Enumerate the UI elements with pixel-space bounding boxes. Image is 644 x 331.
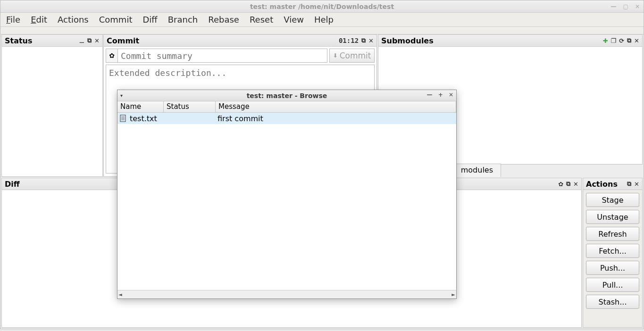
browse-dialog: ▾ test: master - Browse — + ✕ Name Statu…	[117, 90, 457, 299]
menu-commit[interactable]: Commit	[99, 15, 133, 25]
status-close-icon[interactable]: ✕	[94, 37, 100, 44]
commit-panel-header: Commit 01:12 ⧉ ✕	[103, 34, 377, 47]
diff-close-icon[interactable]: ✕	[573, 181, 578, 188]
menu-edit-underline: E	[31, 15, 36, 25]
status-popout-icon[interactable]: ⧉	[87, 37, 92, 44]
menu-branch[interactable]: Branch	[168, 15, 198, 25]
commit-popout-icon[interactable]: ⧉	[361, 37, 366, 44]
submodules-panel-header: Submodules ✚ ❐ ⟳ ⧉ ✕	[378, 34, 643, 47]
window-controls: — ▢ ✕	[606, 0, 640, 13]
actions-panel-body: Stage Unstage Refresh Fetch... Push... P…	[583, 190, 643, 328]
minimize-icon[interactable]: —	[611, 3, 616, 10]
browse-dialog-titlebar[interactable]: ▾ test: master - Browse — + ✕	[117, 90, 456, 101]
commit-close-icon[interactable]: ✕	[368, 37, 374, 44]
actions-close-icon[interactable]: ✕	[634, 181, 639, 188]
dialog-maximize-icon[interactable]: +	[438, 91, 443, 98]
submodules-close-icon[interactable]: ✕	[634, 37, 639, 44]
menu-diff[interactable]: Diff	[142, 15, 157, 25]
scroll-left-icon[interactable]: ◄	[118, 292, 122, 297]
browse-file-list: test.txt first commit	[117, 113, 456, 290]
dialog-minimize-icon[interactable]: —	[427, 91, 433, 98]
status-panel-header: Status ⚊ ⧉ ✕	[1, 34, 103, 47]
status-panel-title: Status	[5, 36, 33, 45]
close-icon[interactable]: ✕	[635, 3, 640, 10]
actions-panel: Actions ⧉ ✕ Stage Unstage Refresh Fetch.…	[583, 178, 643, 328]
diff-popout-icon[interactable]: ⧉	[566, 180, 570, 188]
menu-file-underline: F	[6, 15, 10, 25]
submodules-refresh-icon[interactable]: ⟳	[619, 37, 624, 44]
status-panel: Status ⚊ ⧉ ✕	[1, 34, 103, 177]
download-icon: ⬇	[333, 52, 338, 59]
file-icon	[119, 115, 127, 122]
stash-button[interactable]: Stash...	[586, 295, 639, 309]
submodules-add-icon[interactable]: ✚	[603, 37, 608, 44]
file-name-label: test.txt	[130, 114, 157, 123]
actions-panel-header: Actions ⧉ ✕	[583, 178, 643, 190]
submodules-tab[interactable]: modules	[453, 164, 501, 177]
unstage-button[interactable]: Unstage	[586, 210, 639, 224]
menu-actions[interactable]: Actions	[58, 15, 89, 25]
diff-gear-icon[interactable]: ✿	[558, 181, 563, 188]
main-window-title: test: master /home/nit/Downloads/test	[250, 3, 394, 10]
scroll-right-icon[interactable]: ►	[452, 292, 455, 297]
commit-options-button[interactable]: ✿	[106, 49, 118, 63]
commit-summary-input[interactable]	[118, 49, 327, 63]
menu-edit[interactable]: Edit	[31, 15, 47, 25]
menu-view[interactable]: View	[284, 15, 304, 25]
refresh-button[interactable]: Refresh	[586, 227, 639, 241]
submodules-popout-icon[interactable]: ⧉	[627, 37, 631, 44]
browse-dialog-title: test: master - Browse	[117, 92, 456, 99]
diff-panel-title: Diff	[5, 180, 20, 189]
file-message-label: first commit	[216, 114, 456, 123]
push-button[interactable]: Push...	[586, 261, 639, 275]
stage-button[interactable]: Stage	[586, 193, 639, 207]
main-window-titlebar: test: master /home/nit/Downloads/test — …	[0, 0, 644, 13]
menu-file[interactable]: File	[6, 15, 20, 25]
menu-help[interactable]: Help	[314, 15, 334, 25]
menu-reset[interactable]: Reset	[250, 15, 273, 25]
menubar: File Edit Actions Commit Diff Branch Reb…	[0, 13, 644, 27]
submodules-screen-icon[interactable]: ❐	[611, 37, 617, 44]
column-header-message[interactable]: Message	[216, 101, 456, 112]
column-header-status[interactable]: Status	[164, 101, 216, 112]
commit-button[interactable]: ⬇ Commit	[329, 49, 375, 63]
menu-rebase[interactable]: Rebase	[208, 15, 239, 25]
status-panel-body	[1, 47, 103, 177]
gear-icon: ✿	[109, 52, 115, 59]
pull-button[interactable]: Pull...	[586, 278, 639, 292]
maximize-icon[interactable]: ▢	[623, 3, 628, 10]
column-header-name[interactable]: Name	[117, 101, 164, 112]
fetch-button[interactable]: Fetch...	[586, 244, 639, 258]
file-row[interactable]: test.txt first commit	[117, 113, 456, 124]
actions-panel-title: Actions	[586, 180, 618, 189]
actions-popout-icon[interactable]: ⧉	[627, 180, 631, 188]
commit-panel-title: Commit	[107, 36, 139, 45]
status-collapse-icon[interactable]: ⚊	[79, 37, 84, 44]
commit-time-label: 01:12	[339, 37, 359, 44]
browse-column-headers: Name Status Message	[117, 101, 456, 113]
submodules-panel-title: Submodules	[381, 36, 434, 45]
commit-button-label: Commit	[340, 51, 371, 60]
dialog-menu-icon[interactable]: ▾	[120, 93, 123, 98]
browse-horizontal-scrollbar[interactable]: ◄ ►	[117, 290, 456, 298]
toolbar-strip	[0, 27, 644, 34]
dialog-close-icon[interactable]: ✕	[449, 91, 453, 98]
